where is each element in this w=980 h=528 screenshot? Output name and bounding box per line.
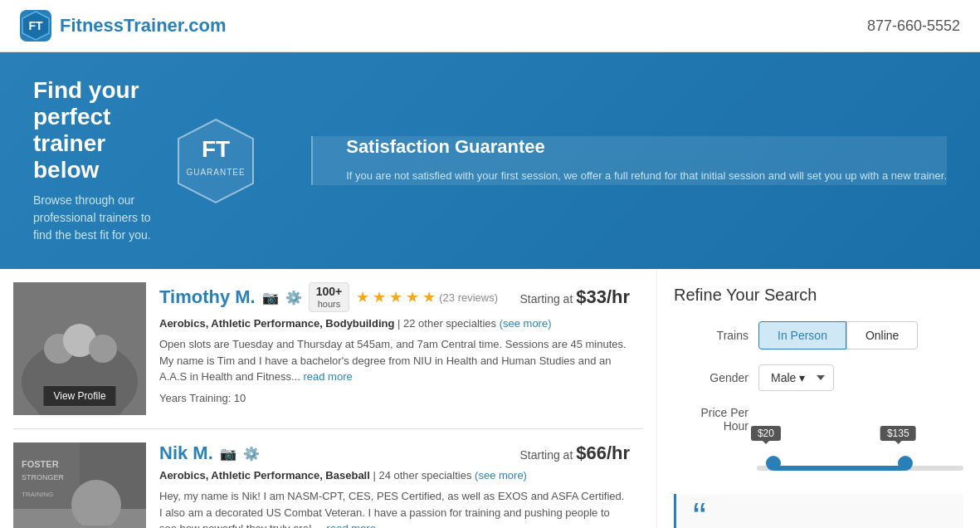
trainer-card-nik: FOSTER STRONGER TRAINING GET IT DONE Vie… [13,429,643,528]
trainer-name-timothy: Timothy M. [159,286,256,308]
stars-timothy: ★ ★ ★ ★ ★ (23 reviews) [356,288,498,306]
banner: Find your perfect trainer below Browse t… [0,52,980,269]
svg-point-17 [71,480,121,528]
years-training-timothy: Years Training: 10 [159,392,630,404]
desc-timothy: Open slots are Tuesday and Thursday at 5… [159,336,630,385]
star-1: ★ [356,288,369,306]
banner-title: Find your perfect trainer below [33,77,170,183]
star-5: ★ [422,288,436,306]
specialties-nik: Aerobics, Athletic Performance, Baseball… [159,469,630,482]
trainer-photo-nik: FOSTER STRONGER TRAINING GET IT DONE Vie… [13,442,146,528]
testimonial: “ Phil is very professional, customizes … [674,494,963,528]
specialties-timothy: Aerobics, Athletic Performance, Bodybuil… [159,317,630,330]
star-3: ★ [389,288,402,306]
trainer-header-nik: Nik M. 📷 ⚙️ Starting at $66/hr [159,442,630,464]
camera-icon-timothy: 📷 [262,290,279,306]
hours-badge-timothy: 100+ hours [309,282,350,312]
refine-title: Refine Your Search [674,286,963,305]
ft-logo: FT GUARANTEE [170,115,261,207]
price-timothy: Starting at $33/hr [519,286,630,308]
trainer-card: View Profile Timothy M. 📷 ⚙️ 100+ hours [13,269,643,429]
quote-open-icon: “ [693,507,947,527]
banner-left: Find your perfect trainer below Browse t… [33,77,170,244]
trainer-photo-wrapper: View Profile [13,282,146,415]
svg-text:FOSTER: FOSTER [22,459,59,469]
trainer-photo-timothy: View Profile [13,282,146,415]
trainer-list: View Profile Timothy M. 📷 ⚙️ 100+ hours [0,269,656,528]
slider-wrapper: $20 $135 [674,456,963,461]
slider-thumb-right[interactable] [898,456,913,471]
satisfaction-title: Satisfaction Guarantee [346,136,947,158]
phone-number: 877-660-5552 [867,17,960,35]
trainer-info-timothy: Timothy M. 📷 ⚙️ 100+ hours ★ ★ ★ ★ ★ [146,282,643,404]
svg-text:TRAINING: TRAINING [22,491,53,498]
sidebar: Refine Your Search Trains In Person Onli… [656,269,980,528]
view-profile-button-timothy[interactable]: View Profile [42,385,116,407]
gender-label: Gender [674,371,748,384]
trainer-name-nik: Nik M. [159,442,213,464]
online-button[interactable]: Online [846,321,918,350]
price-min-tag: $20 [751,426,781,441]
main-content: View Profile Timothy M. 📷 ⚙️ 100+ hours [0,269,980,528]
price-filter-row: Price Per Hour $20 [674,406,963,461]
gear-icon-nik: ⚙️ [243,446,260,462]
trainer-name-area: Timothy M. 📷 ⚙️ 100+ hours ★ ★ ★ ★ ★ [159,282,498,312]
price-max-tag: $135 [880,426,916,441]
svg-text:FT: FT [202,136,230,162]
star-4: ★ [406,288,419,306]
satisfaction-text: If you are not satisfied with your first… [346,168,947,185]
logo-text: FitnessTrainer.com [60,15,227,37]
price-nik: Starting at $66/hr [519,442,630,464]
trainer-name-area-nik: Nik M. 📷 ⚙️ [159,442,260,464]
trainer-info-nik: Nik M. 📷 ⚙️ Starting at $66/hr Aerobics,… [146,442,643,528]
logo-icon: FT [20,10,51,42]
svg-text:FT: FT [28,19,43,32]
trainer-header-timothy: Timothy M. 📷 ⚙️ 100+ hours ★ ★ ★ ★ ★ [159,282,630,312]
banner-right: Satisfaction Guarantee If you are not sa… [311,136,947,185]
trains-label: Trains [674,329,748,342]
read-more-nik[interactable]: read more [327,522,376,528]
desc-nik: Hey, my name is Nik! I am NASM-CPT, CES,… [159,488,630,528]
camera-icon-nik: 📷 [220,446,236,462]
header: FT FitnessTrainer.com 877-660-5552 [0,0,980,52]
gender-select[interactable]: Male ▾ Female Any [758,364,834,391]
read-more-timothy[interactable]: read more [303,370,352,383]
trainer-photo-wrapper-nik: FOSTER STRONGER TRAINING GET IT DONE Vie… [13,442,146,528]
see-more-timothy[interactable]: (see more) [500,317,552,330]
slider-thumb-left[interactable] [766,456,781,471]
slider-track: $20 $135 [757,466,963,471]
review-count-timothy: (23 reviews) [439,291,498,304]
svg-point-9 [89,335,117,363]
trains-toggle-group: In Person Online [758,321,918,350]
gear-icon-timothy: ⚙️ [285,290,302,306]
see-more-nik[interactable]: (see more) [475,469,527,482]
svg-text:GUARANTEE: GUARANTEE [187,168,246,177]
in-person-button[interactable]: In Person [758,321,846,350]
trains-filter-row: Trains In Person Online [674,321,963,350]
gender-filter-row: Gender Male ▾ Female Any [674,364,963,391]
slider-fill [773,466,905,471]
svg-text:STRONGER: STRONGER [22,473,65,482]
star-2: ★ [373,288,386,306]
price-label: Price Per Hour [674,406,748,433]
banner-subtitle: Browse through our professional trainers… [33,192,170,244]
logo-area: FT FitnessTrainer.com [20,10,227,42]
